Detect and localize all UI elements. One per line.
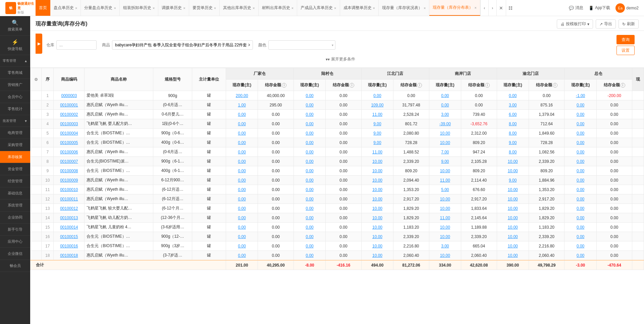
row-total-qty[interactable]: 0.00 (565, 119, 596, 129)
row-yb-qty[interactable]: 8.00 (497, 119, 529, 129)
row-yb-qty[interactable]: 10.00 (497, 185, 529, 194)
row-yb-qty[interactable]: 10.00 (497, 194, 529, 204)
row-yb-qty[interactable]: 10.00 (497, 213, 529, 223)
sidebar-item-wholesale[interactable]: 批发管理 ▼ (0, 115, 30, 127)
row-na-qty[interactable]: 10.00 (429, 138, 461, 147)
row-code[interactable]: 00100006 (54, 147, 85, 157)
row-f-qty[interactable]: 200.00 (226, 91, 258, 100)
row-f-qty[interactable]: 0.00 (226, 176, 258, 185)
sidebar-item-system[interactable]: 系统管理 (0, 199, 30, 212)
row-f-qty[interactable]: 0.00 (226, 232, 258, 241)
row-f-qty[interactable]: 0.00 (226, 138, 258, 147)
row-l-qty[interactable]: 0.00 (293, 204, 325, 213)
tab-finished-in[interactable]: 产成品入库单历史 × (297, 0, 340, 16)
sidebar-item-purchase[interactable]: 采购管理 (0, 139, 30, 151)
nav-prev-arrow[interactable]: ‹ (480, 0, 488, 16)
row-l-qty[interactable]: 0.00 (293, 100, 325, 110)
tab-close[interactable]: × (114, 6, 116, 10)
row-code[interactable]: 00100014 (54, 223, 85, 232)
row-na-qty[interactable]: 10.00 (429, 129, 461, 138)
row-code[interactable]: 00100004 (54, 129, 85, 138)
tab-stock-dist[interactable]: 现存量（库存分布表） × (429, 0, 480, 16)
row-yb-qty[interactable]: 9.00 (497, 138, 529, 147)
row-jb-qty[interactable]: 10.00 (361, 241, 393, 251)
tab-other-out[interactable]: 其他出库单历史 × (220, 0, 258, 16)
warehouse-input[interactable] (56, 40, 97, 50)
row-f-qty[interactable]: 0.00 (226, 213, 258, 223)
row-l-qty[interactable]: 0.00 (293, 110, 325, 119)
info-icon[interactable]: i (553, 83, 557, 88)
row-total-qty[interactable]: 0.00 (565, 176, 596, 185)
row-na-qty[interactable]: 5.00 (429, 185, 461, 194)
row-jb-qty[interactable]: 10.00 (361, 223, 393, 232)
row-l-qty[interactable]: 0.00 (293, 138, 325, 147)
table-wrapper[interactable]: ⚙ 序 商品编码 商品名称 规格型号 主计量单位 厂家仓 陆村仓 江北门店 南岸… (30, 68, 644, 324)
row-code[interactable]: 00100008 (54, 166, 85, 176)
row-f-qty[interactable]: 0.00 (226, 185, 258, 194)
expand-conditions-btn[interactable]: ▾▾ 展开更多条件 (46, 55, 635, 63)
user-profile[interactable]: Ea demo2 (615, 3, 639, 13)
row-f-qty[interactable]: 0.00 (226, 223, 258, 232)
row-code[interactable]: 0000003 (54, 91, 85, 100)
row-code[interactable]: 00100018 (54, 251, 85, 261)
row-jb-qty[interactable]: 11.00 (361, 147, 393, 157)
settings-btn[interactable]: 设置 (616, 46, 635, 55)
row-yb-qty[interactable]: 8.00 (497, 129, 529, 138)
row-l-qty[interactable]: 0.00 (293, 157, 325, 166)
row-code[interactable]: 00100003 (54, 119, 85, 129)
row-f-qty[interactable]: 0.00 (226, 241, 258, 251)
goods-input[interactable] (112, 40, 253, 50)
row-l-qty[interactable]: 0.00 (293, 185, 325, 194)
tab-close[interactable]: × (183, 6, 185, 10)
info-icon[interactable]: i (485, 83, 490, 88)
row-na-qty[interactable]: 10.00 (429, 204, 461, 213)
row-l-qty[interactable]: 0.00 (293, 129, 325, 138)
nav-next-arrow[interactable]: › (488, 0, 496, 16)
row-jb-qty[interactable]: 10.00 (361, 213, 393, 223)
sidebar-item-app-center[interactable]: 应用中心 (0, 236, 30, 248)
row-total-qty[interactable]: 0.00 (565, 147, 596, 157)
row-code[interactable]: 00100011 (54, 194, 85, 204)
sidebar-item-retail-stats[interactable]: 零售统计 (0, 103, 30, 115)
row-f-qty[interactable]: 0.00 (226, 194, 258, 204)
sidebar-item-finance[interactable]: 资金管理 (0, 163, 30, 175)
row-yb-qty[interactable]: 10.00 (497, 204, 529, 213)
row-total-qty[interactable]: 0.00 (565, 223, 596, 232)
color-input[interactable] (268, 40, 335, 50)
row-na-qty[interactable]: 10.00 (429, 166, 461, 176)
row-code[interactable]: 00100010 (54, 185, 85, 194)
row-total-qty[interactable]: 0.00 (565, 166, 596, 176)
row-f-qty[interactable]: 0.00 (226, 157, 258, 166)
print-btn[interactable]: 🖨 按模板打印 ▾ (557, 19, 593, 29)
row-f-qty[interactable]: 0.00 (226, 119, 258, 129)
tab-home[interactable]: 首页 (36, 0, 50, 16)
row-f-qty[interactable]: 0.00 (226, 166, 258, 176)
row-total-qty[interactable]: 0.00 (565, 251, 596, 261)
row-l-qty[interactable]: 0.00 (293, 91, 325, 100)
row-yb-qty[interactable]: 8.00 (497, 147, 529, 157)
row-l-qty[interactable]: 0.00 (293, 223, 325, 232)
sidebar-item-search[interactable]: 🔍 搜索英单 (0, 16, 30, 36)
row-code[interactable]: 00100009 (54, 176, 85, 185)
row-yb-qty[interactable]: 10.00 (497, 157, 529, 166)
sidebar-item-inventory[interactable]: 库存核算 (0, 151, 30, 163)
row-na-qty[interactable]: -39.00 (429, 119, 461, 129)
row-total-qty[interactable]: 0.00 (565, 204, 596, 213)
tab-close[interactable]: × (424, 6, 426, 10)
row-jb-qty[interactable]: 109.00 (361, 100, 393, 110)
row-code[interactable]: 00100005 (54, 138, 85, 147)
row-yb-qty[interactable]: 3.00 (497, 100, 529, 110)
row-l-qty[interactable]: 0.00 (293, 213, 325, 223)
row-yb-qty[interactable]: 10.00 (497, 223, 529, 232)
nav-expand[interactable] (506, 0, 515, 16)
query-btn[interactable]: 查询 (616, 35, 635, 44)
row-total-qty[interactable]: 0.00 (565, 232, 596, 241)
row-jb-qty[interactable]: 0.00 (361, 91, 393, 100)
row-l-qty[interactable]: 0.00 (293, 166, 325, 176)
row-jb-qty[interactable]: 10.00 (361, 251, 393, 261)
row-yb-qty[interactable]: 10.00 (497, 232, 529, 241)
tab-transfer[interactable]: 调拨单历史 × (158, 0, 189, 16)
sidebar-item-operations[interactable]: 经营管理 (0, 175, 30, 187)
sidebar-item-ecommerce[interactable]: 电商管理 (0, 127, 30, 139)
sidebar-item-retail-store[interactable]: 零售商城 (0, 67, 30, 79)
